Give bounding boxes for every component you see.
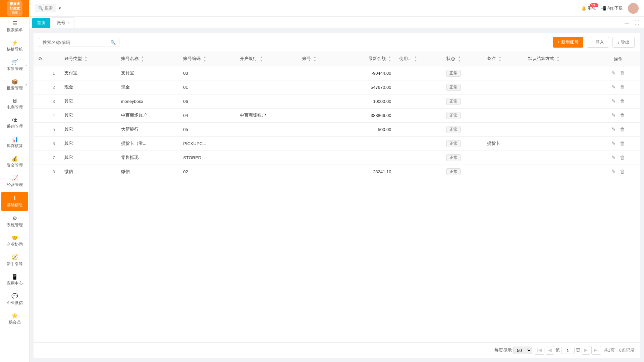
import-button[interactable]: ↑ 导入 [587, 37, 609, 48]
col-name[interactable]: 账号名称 ▲▼ [117, 52, 179, 66]
cell-note [483, 165, 524, 179]
cell-balance: -90444.00 [339, 66, 395, 80]
import-icon: ↑ [592, 40, 594, 45]
sidebar-item-operations-mgmt[interactable]: 📈 经营管理 [0, 172, 29, 191]
search-box[interactable]: 🔍 [39, 38, 119, 47]
cell-balance: 500.00 [339, 122, 395, 136]
cell-num: 8 [47, 165, 60, 179]
col-code[interactable]: 账号编码 ▲▼ [179, 52, 236, 66]
sidebar-item-label: 采购管理 [7, 124, 23, 129]
tab-account[interactable]: 账号 × [52, 17, 74, 28]
import-label: 导入 [595, 39, 604, 45]
sidebar-item-label: 批发管理 [7, 85, 23, 91]
edit-icon[interactable]: ✎ [611, 84, 616, 90]
sidebar-item-enterprise-agreement[interactable]: 🤝 企业协同 [0, 231, 29, 251]
edit-icon[interactable]: ✎ [611, 155, 616, 160]
sidebar-item-search-menu[interactable]: ☰ 搜索菜单 [0, 17, 29, 36]
sort-icon-status: ▲▼ [458, 55, 461, 63]
cell-account [298, 94, 339, 108]
chevron-down-icon: ▾ [59, 6, 61, 11]
delete-icon[interactable]: 🗑 [620, 112, 625, 118]
page-total-label: 页 [576, 347, 580, 353]
delete-icon[interactable]: 🗑 [620, 140, 625, 146]
col-settlement[interactable]: 默认结算方式 ▲▼ [524, 52, 596, 66]
topbar-app-download[interactable]: 📲 App下载 [601, 5, 623, 11]
table-header-row: ⚙ 账号类型 ▲▼ 账号名称 ▲▼ 账号编码 [34, 52, 640, 66]
cell-ops: ✎ 🗑 [596, 94, 640, 108]
cell-num: 1 [47, 66, 60, 80]
edit-icon[interactable]: ✎ [611, 112, 616, 118]
sidebar-item-purchase-mgmt[interactable]: 🛍 采购管理 [0, 114, 29, 133]
cell-type: 现金 [60, 80, 117, 94]
edit-icon[interactable]: ✎ [611, 126, 616, 132]
edit-icon[interactable]: ✎ [611, 169, 616, 174]
cell-settlement [524, 150, 596, 165]
sidebar-item-system-mgmt[interactable]: ⚙ 系统管理 [0, 212, 29, 231]
delete-icon[interactable]: 🗑 [620, 126, 625, 132]
search-icon[interactable]: 🔍 [110, 40, 116, 45]
page-nav: |◀ ◀ 第 页 ▶ ▶| [535, 346, 601, 355]
page-size-dropdown[interactable]: 20 50 100 [513, 347, 532, 354]
sidebar-item-finance-mgmt[interactable]: 💰 资金管理 [0, 152, 29, 172]
search-input[interactable] [43, 40, 108, 45]
cell-code: STORED... [179, 150, 236, 165]
delete-icon[interactable]: 🗑 [620, 70, 625, 76]
sidebar-item-wholesale-mgmt[interactable]: 📦 批发管理 ▾ [0, 75, 29, 95]
cell-code: 02 [179, 165, 236, 179]
sidebar-item-app-center[interactable]: 📱 应用中心 [0, 270, 29, 290]
col-status[interactable]: 状态 ▲▼ [442, 52, 483, 66]
edit-icon[interactable]: ✎ [611, 98, 616, 104]
cell-name: 提货卡（零... [117, 136, 179, 150]
page-size-select[interactable]: 每页显示 20 50 100 [494, 347, 532, 354]
col-balance[interactable]: 最新余额 ▲▼ [339, 52, 395, 66]
cell-usage [395, 122, 442, 136]
col-account[interactable]: 账号 ▲▼ [298, 52, 339, 66]
page-number-input[interactable] [561, 347, 575, 354]
delete-icon[interactable]: 🗑 [620, 169, 625, 174]
delete-icon[interactable]: 🗑 [620, 84, 625, 90]
last-page-button[interactable]: ▶| [591, 346, 601, 355]
edit-icon[interactable]: ✎ [611, 140, 616, 146]
sidebar-item-basic-info[interactable]: ℹ 基础信息 [1, 192, 28, 211]
col-note[interactable]: 备注 ▲▼ [483, 52, 524, 66]
cell-num: 5 [47, 122, 60, 136]
next-page-button[interactable]: ▶ [582, 346, 590, 355]
prev-page-button[interactable]: ◀ [546, 346, 554, 355]
tab-home[interactable]: 首页 [32, 18, 50, 28]
edit-icon[interactable]: ✎ [611, 70, 616, 76]
topbar-message[interactable]: 🔔 消息 99+ [581, 5, 596, 11]
cell-type: 其它 [60, 108, 117, 122]
sidebar-item-ecommerce-mgmt[interactable]: 🖥 电商管理 [0, 95, 29, 114]
topbar-dropdown[interactable]: ▾ [59, 6, 61, 11]
status-badge: 正常 [446, 98, 461, 105]
cell-num: 4 [47, 108, 60, 122]
sidebar-item-inventory[interactable]: 📊 库存核算 [0, 133, 29, 152]
sidebar-item-vip-member[interactable]: ⭐ 畅会员 [0, 309, 29, 328]
topbar-search[interactable]: 🔍 搜索 [35, 4, 56, 12]
tab-close-icon[interactable]: × [67, 21, 69, 25]
sidebar-item-quick-nav[interactable]: ⚡ 快捷导航 [0, 36, 29, 56]
col-type[interactable]: 账号类型 ▲▼ [60, 52, 117, 66]
add-account-button[interactable]: + 新增账号 [553, 37, 583, 48]
export-button[interactable]: ↓ 导出 [612, 37, 635, 48]
topbar-right: 🔔 消息 99+ 📲 App下载 [581, 3, 639, 14]
user-avatar[interactable] [628, 3, 639, 14]
first-page-button[interactable]: |◀ [535, 346, 544, 355]
status-badge: 正常 [446, 154, 461, 161]
tab-expand-icon[interactable]: ⛶ [633, 19, 641, 26]
sort-icon-balance: ▲▼ [388, 55, 391, 63]
delete-icon[interactable]: 🗑 [620, 155, 625, 160]
cell-settlement [524, 136, 596, 150]
delete-icon[interactable]: 🗑 [620, 98, 625, 104]
col-settings[interactable]: ⚙ [34, 52, 47, 66]
tab-minimize-icon[interactable]: — [623, 19, 631, 26]
cell-ops: ✎ 🗑 [596, 136, 640, 150]
sidebar-item-enterprise-wechat[interactable]: 💬 企业微信 [0, 290, 29, 309]
cell-account [298, 165, 339, 179]
sidebar-item-new-user-guide[interactable]: 🧭 新手引导 [0, 251, 29, 270]
sidebar-item-retail-mgmt[interactable]: 🛒 零售管理 ▾ [0, 56, 29, 75]
col-usage[interactable]: 使用... ▲▼ [395, 52, 442, 66]
col-bank[interactable]: 开户银行 ▲▼ [236, 52, 298, 66]
cell-type: 微信 [60, 165, 117, 179]
cell-num: 7 [47, 150, 60, 165]
